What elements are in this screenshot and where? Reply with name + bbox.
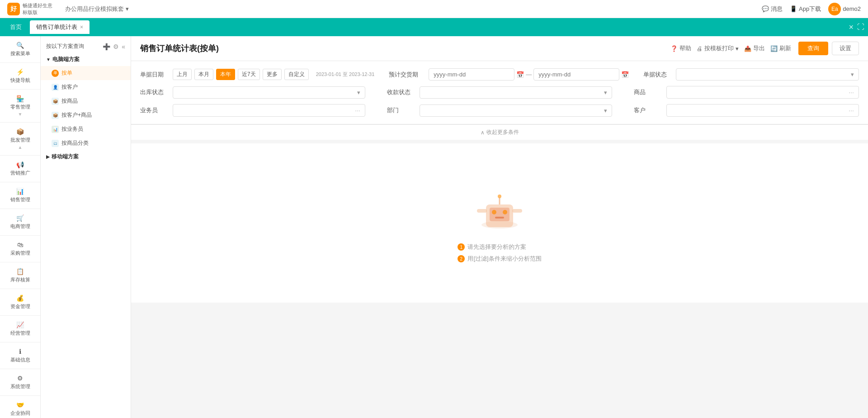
- sidebar-item-search-menu[interactable]: 🔍 搜索菜单: [0, 36, 40, 63]
- system-icon: ⚙: [17, 375, 23, 382]
- scheme-settings-icon[interactable]: ⚙: [113, 43, 119, 50]
- sidebar-item-basic[interactable]: ℹ 基础信息: [0, 342, 40, 369]
- customer-label: 客户: [634, 106, 659, 114]
- sidebar-item-sales[interactable]: 📊 销售管理: [0, 182, 40, 209]
- top-bar-right: 💬 消息 📱 App下载 Ea demo2: [762, 3, 861, 15]
- app-icon: 📱: [790, 5, 797, 12]
- scheme-item-by-salesperson[interactable]: 📊 按业务员: [41, 122, 131, 136]
- scheme-item-icon-customer: 👤: [52, 84, 59, 91]
- settings-button[interactable]: 设置: [832, 42, 859, 55]
- sidebar-item-inventory[interactable]: 📋 库存核算: [0, 262, 40, 289]
- tab-maximize-icon[interactable]: ⛶: [857, 23, 864, 31]
- customer-select[interactable]: ···: [666, 104, 859, 117]
- tab-minimize-icon[interactable]: ×: [849, 23, 854, 32]
- scheme-item-by-product[interactable]: 📦 按商品: [41, 94, 131, 108]
- main-layout: 🔍 搜索菜单 ⚡ 快捷导航 🏪 零售管理 ▼ 📦 批发管理 ▲ 📢 营销推广 📊…: [0, 36, 868, 418]
- date-btn-last-month[interactable]: 上月: [173, 69, 192, 80]
- content-area: 按以下方案查询 ➕ ⚙ « ▼ 电脑端方案 单 按单 👤: [41, 36, 868, 418]
- scheme-add-icon[interactable]: ➕: [103, 43, 110, 50]
- breadcrumb[interactable]: 办公用品行业模拟账套 ▾: [65, 5, 129, 13]
- filter-expected-delivery: 📅 — 📅: [429, 68, 629, 81]
- tab-close-icon[interactable]: ×: [80, 24, 83, 30]
- scheme-item-by-order[interactable]: 单 按单: [41, 66, 131, 80]
- scheme-group-mobile-arrow-icon: ▶: [46, 154, 50, 159]
- date-btn-this-year[interactable]: 本年: [216, 69, 235, 80]
- sidebar-item-system[interactable]: ⚙ 系统管理: [0, 369, 40, 396]
- export-icon: 📤: [744, 45, 751, 52]
- shipping-select-arrow-icon: ▾: [357, 89, 360, 96]
- date-btn-more[interactable]: 更多: [263, 69, 282, 80]
- expected-date-to[interactable]: [533, 68, 619, 81]
- payment-select-arrow-icon: ▾: [604, 89, 607, 96]
- goods-select[interactable]: ···: [666, 86, 859, 99]
- sidebar-item-marketing[interactable]: 📢 营销推广: [0, 156, 40, 182]
- query-button[interactable]: 查询: [798, 42, 828, 55]
- user-profile[interactable]: Ea demo2: [828, 3, 861, 15]
- calendar-icon-to[interactable]: 📅: [621, 71, 629, 78]
- refresh-btn[interactable]: 🔄 刷新: [770, 44, 791, 52]
- sidebar-item-quick-nav[interactable]: ⚡ 快捷导航: [0, 63, 40, 90]
- app-download-btn[interactable]: 📱 App下载: [790, 5, 821, 13]
- print-icon: 🖨: [697, 45, 703, 52]
- status-select[interactable]: ▾: [676, 68, 859, 81]
- main-panel: 销售订单统计表(按单) ❓ 帮助 🖨 按模板打印 ▾ 📤: [131, 36, 868, 418]
- sidebar-item-purchase[interactable]: 🛍 采购管理: [0, 236, 40, 262]
- scheme-group-title-desktop[interactable]: ▼ 电脑端方案: [41, 53, 131, 66]
- calendar-icon-from[interactable]: 📅: [516, 71, 524, 78]
- print-template-btn[interactable]: 🖨 按模板打印 ▾: [697, 44, 739, 52]
- expected-date-from[interactable]: [429, 68, 514, 81]
- salesperson-label: 业务员: [140, 106, 165, 114]
- sidebar-item-retail[interactable]: 🏪 零售管理 ▼: [0, 90, 40, 123]
- scheme-group-title-mobile[interactable]: ▶ 移动端方案: [41, 150, 131, 163]
- date-btn-this-month[interactable]: 本月: [194, 69, 213, 80]
- tab-home[interactable]: 首页: [4, 20, 28, 34]
- scheme-item-icon-product: 📦: [52, 98, 59, 105]
- tab-bar: 首页 销售订单统计表 × × ⛶: [0, 18, 868, 36]
- sidebar-item-ecommerce[interactable]: 🛒 电商管理: [0, 209, 40, 236]
- svg-rect-8: [477, 209, 487, 213]
- help-icon: ❓: [670, 45, 678, 52]
- page-actions: ❓ 帮助 🖨 按模板打印 ▾ 📤 导出 🔄: [670, 44, 791, 52]
- search-menu-icon: 🔍: [16, 42, 24, 49]
- help-btn[interactable]: ❓ 帮助: [670, 44, 691, 52]
- scheme-panel-icons: ➕ ⚙ «: [103, 43, 125, 50]
- payment-status-label: 收款状态: [387, 88, 412, 96]
- empty-illustration: [472, 180, 527, 234]
- customer-dots-icon[interactable]: ···: [849, 107, 854, 114]
- shipping-status-select[interactable]: ▾: [173, 86, 365, 99]
- scheme-panel-header: 按以下方案查询 ➕ ⚙ «: [41, 40, 131, 53]
- wholesale-expand-icon: ▲: [18, 145, 23, 150]
- page-title: 销售订单统计表(按单): [140, 43, 219, 54]
- message-btn[interactable]: 💬 消息: [762, 5, 783, 13]
- collapse-filters-btn[interactable]: ∧ 收起更多条件: [131, 124, 868, 140]
- sidebar-item-operation[interactable]: 📈 经营管理: [0, 316, 40, 342]
- scheme-item-by-customer[interactable]: 👤 按客户: [41, 80, 131, 94]
- salesperson-select[interactable]: ···: [173, 104, 365, 117]
- empty-tip-1: 1 请先选择要分析的方案: [458, 243, 541, 251]
- sidebar-item-corp[interactable]: 🤝 企业协同: [0, 396, 40, 418]
- sidebar-item-wholesale[interactable]: 📦 批发管理 ▲: [0, 123, 40, 156]
- salesperson-dots-icon[interactable]: ···: [355, 107, 360, 114]
- date-btn-custom[interactable]: 自定义: [284, 69, 309, 80]
- retail-icon: 🏪: [16, 95, 24, 102]
- department-select-arrow-icon: ▾: [604, 107, 607, 114]
- breadcrumb-arrow[interactable]: ▾: [126, 5, 129, 12]
- scheme-item-by-product-category[interactable]: 🗂 按商品分类: [41, 136, 131, 150]
- scheme-collapse-icon[interactable]: «: [122, 43, 125, 50]
- scheme-item-icon-sales: 📊: [52, 126, 59, 133]
- goods-label: 商品: [634, 88, 659, 96]
- svg-point-7: [498, 195, 501, 198]
- date-btn-7days[interactable]: 近7天: [238, 69, 260, 80]
- scheme-item-icon-category: 🗂: [52, 140, 59, 147]
- tab-sales-order-stat[interactable]: 销售订单统计表 ×: [30, 20, 90, 34]
- logo-icon: 好: [7, 3, 20, 15]
- export-btn[interactable]: 📤 导出: [744, 44, 765, 52]
- scheme-item-by-customer-product[interactable]: 📦 按客户+商品: [41, 108, 131, 122]
- sidebar-item-finance[interactable]: 💰 资金管理: [0, 289, 40, 316]
- goods-dots-icon[interactable]: ···: [849, 89, 854, 96]
- basic-icon: ℹ: [19, 348, 21, 355]
- department-select[interactable]: ▾: [420, 104, 612, 117]
- payment-status-select[interactable]: ▾: [420, 86, 612, 99]
- svg-rect-2: [490, 208, 509, 221]
- expected-delivery-label: 预计交货期: [389, 71, 421, 79]
